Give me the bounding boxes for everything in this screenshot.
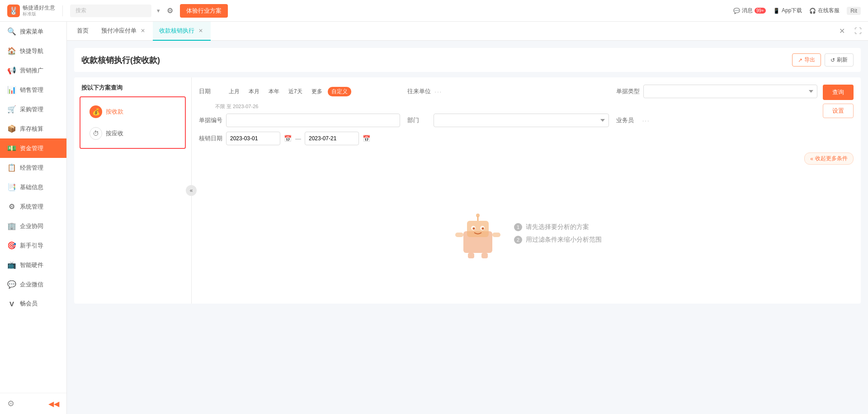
- refresh-icon: ↺: [830, 57, 835, 63]
- filter-collapse-btn[interactable]: «: [186, 185, 197, 196]
- right-content: 日期 上月 本月 本年 近7天 更多 自定义: [192, 77, 861, 304]
- tab-collection-close[interactable]: ✕: [197, 27, 204, 34]
- sidebar-item-enterprise[interactable]: 🏢 企业协同: [0, 216, 66, 236]
- logo-area: 🐰 畅捷通好生意 标准版: [7, 5, 55, 17]
- export-btn[interactable]: ↗ 导出: [792, 53, 821, 67]
- date-tab-custom[interactable]: 自定义: [328, 87, 351, 96]
- more-conditions-row: « 收起更多条件: [199, 151, 854, 165]
- sidebar-item-label: 销售管理: [20, 86, 43, 94]
- receivable-icon: ⏱: [90, 127, 102, 140]
- app-download-btn[interactable]: 📱 App下载: [773, 7, 802, 14]
- empty-hint-label-1: 请先选择要分析的方案: [526, 223, 589, 231]
- export-label: 导出: [804, 56, 815, 64]
- collapse-conditions-btn[interactable]: « 收起更多条件: [804, 152, 854, 165]
- sidebar-item-quick-nav[interactable]: 🏠 快捷导航: [0, 41, 66, 61]
- marketing-icon: 📢: [7, 66, 16, 75]
- sidebar-item-basic-info[interactable]: 📑 基础信息: [0, 177, 66, 197]
- sidebar-item-smart-hw[interactable]: 📺 智能硬件: [0, 255, 66, 275]
- sidebar-item-label: 采购管理: [20, 105, 43, 114]
- sidebar-item-label: 营销推广: [20, 67, 43, 75]
- basic-info-icon: 📑: [7, 183, 16, 191]
- date-sub-label: 不限 至 2023-07-26: [215, 104, 258, 109]
- sidebar-item-label: 企业微信: [20, 281, 43, 289]
- headset-icon: 🎧: [809, 8, 816, 14]
- date-tab-more[interactable]: 更多: [308, 86, 326, 97]
- cal-start-icon[interactable]: 📅: [284, 135, 292, 142]
- sidebar-item-guide[interactable]: 🎯 新手引导: [0, 236, 66, 255]
- sidebar-item-capital[interactable]: 💵 资金管理: [0, 138, 66, 158]
- date-tab-this-year[interactable]: 本年: [265, 86, 283, 97]
- sidebar-item-sales[interactable]: 📊 销售管理: [0, 80, 66, 100]
- message-btn[interactable]: 💬 消息 99+: [733, 7, 766, 14]
- tab-bar-actions: ✕ ⛶: [835, 25, 864, 38]
- enterprise-icon: 🏢: [7, 222, 16, 230]
- sidebar-item-member[interactable]: V 畅会员: [0, 294, 66, 313]
- tab-prepay-close[interactable]: ✕: [139, 27, 146, 34]
- sidebar-item-label: 经营管理: [20, 164, 43, 172]
- top-search-area: 搜索: [70, 5, 151, 17]
- sidebar-gear-icon[interactable]: ⚙: [7, 399, 14, 409]
- page-actions: ↗ 导出 ↺ 刷新: [792, 53, 854, 67]
- main-layout: 🔍 搜索菜单 🏠 快捷导航 📢 营销推广 📊 销售管理 🛒 采购管理 📦: [0, 22, 868, 414]
- dept-select[interactable]: [434, 114, 609, 127]
- tab-bar: 首页 预付冲应付单 ✕ 收款核销执行 ✕ ✕ ⛶: [67, 22, 868, 41]
- refresh-label: 刷新: [837, 56, 848, 64]
- sidebar-item-inventory[interactable]: 📦 库存核算: [0, 119, 66, 138]
- doc-no-label: 单据编号: [199, 116, 222, 124]
- sidebar-item-label: 智能硬件: [20, 261, 43, 269]
- svg-rect-8: [455, 233, 463, 237]
- tab-home[interactable]: 首页: [71, 22, 95, 41]
- doc-no-input[interactable]: [226, 114, 400, 127]
- collapse-chevron-icon: «: [810, 156, 813, 162]
- purchase-icon: 🛒: [7, 105, 16, 114]
- sidebar-collapse-icon[interactable]: ◀◀: [48, 400, 59, 408]
- settings-icon[interactable]: ⚙: [164, 5, 176, 17]
- counterpart-dots[interactable]: ···: [434, 88, 442, 95]
- tab-close-icon[interactable]: ✕: [835, 25, 848, 38]
- app-download-label: App下载: [782, 7, 802, 14]
- app-edition: 标准版: [23, 11, 55, 17]
- date-row: 日期 上月 本月 本年 近7天 更多 自定义: [199, 85, 400, 98]
- sidebar-item-search-menu[interactable]: 🔍 搜索菜单: [0, 22, 66, 41]
- empty-hint-num-1: 1: [514, 223, 522, 231]
- employee-dots[interactable]: ···: [642, 117, 650, 124]
- query-btn[interactable]: 查询: [823, 85, 854, 100]
- writeoff-date-start-input[interactable]: [226, 132, 280, 145]
- online-service-btn[interactable]: 🎧 在线客服: [809, 7, 840, 14]
- tab-prepay[interactable]: 预付冲应付单 ✕: [95, 22, 153, 41]
- tab-collection-label: 收款核销执行: [159, 27, 194, 35]
- doc-type-select[interactable]: [643, 85, 817, 98]
- sidebar-item-label: 搜索菜单: [20, 28, 43, 36]
- user-avatar[interactable]: Rit: [847, 7, 861, 15]
- sidebar-item-wechat[interactable]: 💬 企业微信: [0, 275, 66, 294]
- sidebar-item-sys-mgmt[interactable]: ⚙ 系统管理: [0, 197, 66, 216]
- sidebar-item-label: 企业协同: [20, 222, 43, 230]
- app-name: 畅捷通好生意: [23, 5, 55, 11]
- chevron-down-icon[interactable]: ▾: [157, 7, 160, 14]
- filter-option-by-collection[interactable]: 💰 按收款: [84, 101, 181, 123]
- date-tab-last-month[interactable]: 上月: [225, 86, 243, 97]
- tab-collection[interactable]: 收款核销执行 ✕: [153, 22, 211, 41]
- tab-expand-icon[interactable]: ⛶: [852, 25, 864, 38]
- sidebar-item-purchase[interactable]: 🛒 采购管理: [0, 100, 66, 119]
- refresh-btn[interactable]: ↺ 刷新: [825, 53, 854, 67]
- cal-end-icon[interactable]: 📅: [363, 135, 370, 142]
- industry-btn[interactable]: 体验行业方案: [180, 4, 228, 18]
- setting-btn[interactable]: 设置: [823, 104, 854, 118]
- search-actions: 查询 设置: [823, 85, 854, 145]
- main-panel: 按以下方案查询 💰 按收款 ⏱ 按应收 «: [74, 77, 861, 304]
- operation-icon: 📋: [7, 163, 16, 172]
- svg-rect-9: [492, 233, 500, 237]
- inventory-icon: 📦: [7, 124, 16, 133]
- svg-point-7: [476, 214, 480, 217]
- empty-state: 1 请先选择要分析的方案 2 用过滤条件来缩小分析范围: [199, 170, 854, 296]
- date-tab-this-month[interactable]: 本月: [245, 86, 263, 97]
- writeoff-date-end-input[interactable]: [305, 132, 359, 145]
- counterpart-label: 往来单位: [407, 87, 431, 95]
- collection-icon: 💰: [90, 105, 102, 118]
- filter-option-by-receivable[interactable]: ⏱ 按应收: [84, 123, 181, 144]
- smart-hw-icon: 📺: [7, 261, 16, 269]
- sidebar-item-marketing[interactable]: 📢 营销推广: [0, 61, 66, 80]
- sidebar-item-operation[interactable]: 📋 经营管理: [0, 158, 66, 177]
- date-tab-7days[interactable]: 近7天: [285, 86, 306, 97]
